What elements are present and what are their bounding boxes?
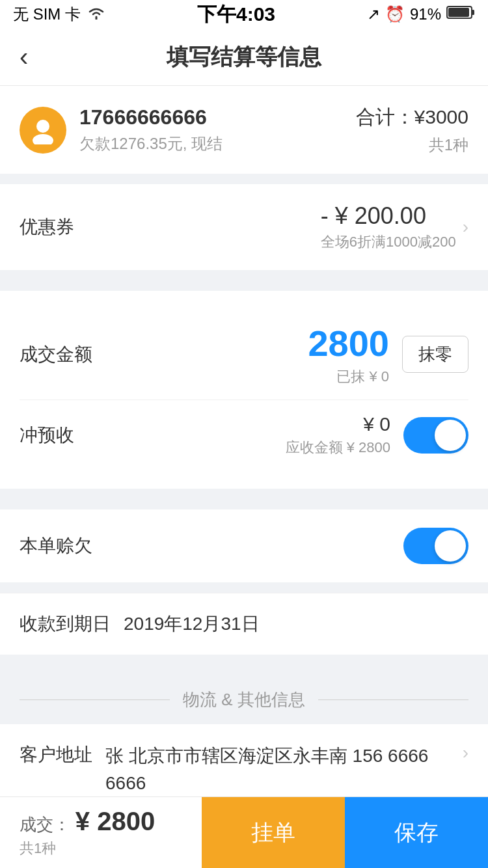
debt-toggle[interactable]: [403, 528, 468, 564]
deal-amount-label: 成交金额: [20, 342, 92, 367]
customer-debt: 欠款1276.35元, 现结: [79, 133, 223, 154]
debt-label: 本单赊欠: [20, 534, 92, 558]
due-date-label: 收款到期日: [20, 612, 111, 636]
location-icon: ↗: [367, 5, 380, 23]
due-date-value: 2019年12月31日: [124, 612, 260, 636]
deal-count: 共1种: [20, 839, 182, 858]
coupon-amount: - ¥ 200.00: [321, 202, 456, 230]
svg-point-4: [33, 134, 53, 144]
deal-amount-sub: 已抹 ¥ 0: [308, 367, 389, 387]
wifi-icon: [87, 5, 105, 23]
debt-toggle-knob: [435, 530, 466, 562]
status-bar: 无 SIM 卡 下午4:03 ↗ ⏰ 91%: [0, 0, 488, 29]
status-right: ↗ ⏰ 91%: [367, 5, 475, 23]
sim-status: 无 SIM 卡: [13, 4, 81, 25]
chevron-right-icon: ›: [463, 217, 468, 237]
section-divider-3: [0, 665, 488, 675]
alarm-icon: ⏰: [385, 5, 405, 23]
customer-phone: 17666666666: [79, 105, 223, 129]
battery-percent: 91%: [410, 5, 441, 23]
toggle-knob: [435, 420, 466, 451]
prepaid-label: 冲预收: [20, 423, 74, 448]
section-divider-2: [0, 489, 488, 499]
amount-section: 成交金额 2800 已抹 ¥ 0 抹零 冲预收 ¥ 0 应收金额 ¥ 2800: [0, 291, 488, 489]
customer-row: 17666666666 欠款1276.35元, 现结 合计：¥3000 共1种: [0, 86, 488, 174]
logistics-header: 物流 & 其他信息: [0, 675, 488, 724]
deal-amount: ¥ 2800: [75, 807, 155, 835]
prepaid-toggle[interactable]: [403, 417, 468, 454]
logistics-line-right: [318, 699, 468, 700]
back-button[interactable]: ‹: [20, 42, 59, 72]
coupon-row[interactable]: 优惠券 - ¥ 200.00 全场6折满1000减200 ›: [0, 184, 488, 270]
address-label: 客户地址: [20, 742, 92, 767]
nav-bar: ‹ 填写结算等信息: [0, 29, 488, 86]
prepaid-amount: ¥ 0: [286, 413, 390, 435]
round-button[interactable]: 抹零: [402, 336, 468, 373]
deal-label: 成交：: [20, 815, 70, 834]
coupon-desc: 全场6折满1000减200: [321, 232, 456, 252]
order-count: 共1种: [356, 135, 468, 156]
prepaid-sub: 应收金额 ¥ 2800: [286, 438, 390, 457]
bottom-summary: 成交： ¥ 2800 共1种: [0, 807, 202, 858]
status-time: 下午4:03: [197, 1, 275, 28]
avatar: [20, 107, 66, 154]
deal-amount-value: 2800: [308, 322, 389, 364]
status-left: 无 SIM 卡: [13, 4, 105, 25]
order-total: 合计：¥3000: [356, 104, 468, 131]
bottom-bar: 成交： ¥ 2800 共1种 挂单 保存: [0, 796, 488, 868]
svg-rect-2: [448, 8, 469, 17]
debt-row: 本单赊欠: [0, 499, 488, 582]
svg-rect-1: [472, 10, 474, 15]
section-divider: [0, 280, 488, 291]
coupon-label: 优惠券: [20, 215, 74, 239]
logistics-label: 物流 & 其他信息: [183, 688, 305, 711]
save-button[interactable]: 保存: [345, 797, 488, 869]
prepaid-row: 冲预收 ¥ 0 应收金额 ¥ 2800: [20, 400, 468, 470]
logistics-line-left: [20, 699, 170, 700]
battery-icon: [446, 5, 475, 23]
address-chevron-icon: ›: [463, 742, 468, 763]
svg-point-3: [36, 120, 49, 133]
deal-amount-row: 成交金额 2800 已抹 ¥ 0 抹零: [20, 309, 468, 400]
due-date-row: 收款到期日 2019年12月31日: [0, 593, 488, 655]
hang-button[interactable]: 挂单: [202, 797, 345, 869]
page-title: 填写结算等信息: [167, 42, 321, 72]
address-value: 张 北京市市辖区海淀区永丰南 156 6666 6666: [105, 742, 463, 797]
